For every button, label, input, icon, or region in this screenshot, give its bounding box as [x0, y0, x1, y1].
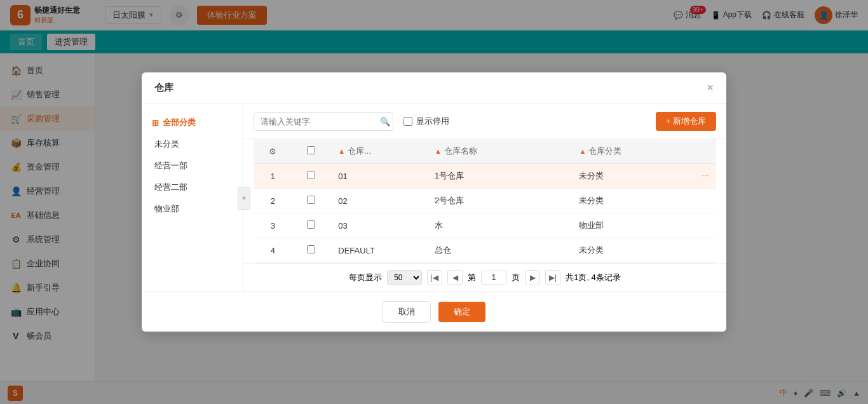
search-icon[interactable]: 🔍: [374, 113, 393, 130]
category-item-ops2[interactable]: 经营二部: [142, 177, 243, 198]
collapse-icon: «: [242, 194, 246, 201]
row-category: 未分类 ···: [571, 164, 716, 189]
row-code: DEFAULT: [330, 238, 427, 263]
th-name: ▲仓库名称: [427, 139, 572, 164]
row-checkbox[interactable]: [307, 220, 315, 229]
page-label2: 页: [512, 272, 520, 283]
row-name: 水: [427, 213, 572, 238]
warehouse-table-container: ⚙ ▲仓库... ▲仓库名称 ▲仓库分类 1 01: [243, 139, 726, 263]
row-code: 02: [330, 189, 427, 213]
category-item-property[interactable]: 物业部: [142, 198, 243, 220]
per-page-select[interactable]: 50 20 100: [387, 270, 422, 285]
sort-icon: ▲: [338, 147, 345, 155]
all-categories-item[interactable]: ⊞ 全部分类: [142, 112, 243, 133]
row-name: 2号仓库: [427, 189, 572, 213]
grid-icon: ⊞: [152, 118, 159, 128]
row-code: 01: [330, 164, 427, 189]
table-header-row: ⚙ ▲仓库... ▲仓库名称 ▲仓库分类: [254, 139, 716, 164]
more-options-icon[interactable]: ···: [702, 170, 709, 180]
table-row[interactable]: 1 01 1号仓库 未分类 ···: [254, 164, 716, 189]
search-box: 🔍: [254, 112, 393, 131]
add-warehouse-button[interactable]: + 新增仓库: [656, 112, 716, 131]
current-page-input[interactable]: [481, 271, 506, 285]
row-name: 总仓: [427, 238, 572, 263]
cancel-button[interactable]: 取消: [383, 301, 431, 323]
row-category: 未分类: [571, 238, 716, 263]
show-disabled-checkbox[interactable]: [403, 117, 412, 126]
warehouse-table: ⚙ ▲仓库... ▲仓库名称 ▲仓库分类 1 01: [254, 139, 716, 263]
dialog-header: 仓库 ×: [142, 72, 726, 104]
dialog-content-area: 🔍 显示停用 + 新增仓库 ⚙: [243, 104, 726, 292]
table-body: 1 01 1号仓库 未分类 ··· 2 02 2号仓库: [254, 164, 716, 263]
row-category: 物业部: [571, 213, 716, 238]
th-settings: ⚙: [254, 139, 292, 164]
row-index: 3: [254, 213, 292, 238]
dialog-title: 仓库: [154, 82, 173, 94]
table-row[interactable]: 4 DEFAULT 总仓 未分类: [254, 238, 716, 263]
select-all-checkbox[interactable]: [307, 146, 315, 154]
row-index: 2: [254, 189, 292, 213]
first-page-button[interactable]: |◀: [427, 270, 442, 285]
category-item-uncategorized[interactable]: 未分类: [142, 133, 243, 155]
sort-icon-cat: ▲: [579, 147, 586, 155]
row-checkbox[interactable]: [307, 196, 315, 204]
prev-page-button[interactable]: ◀: [447, 270, 463, 285]
pagination-bar: 每页显示 50 20 100 |◀ ◀ 第 页 ▶ ▶| 共1页, 4条记录: [243, 263, 726, 292]
search-input[interactable]: [254, 113, 374, 130]
dialog-category-sidebar: ⊞ 全部分类 未分类 经营一部 经营二部 物业部 «: [142, 104, 243, 292]
warehouse-dialog: 仓库 × ⊞ 全部分类 未分类 经营一部 经营二部 物业部 «: [142, 72, 726, 332]
row-checkbox-cell: [292, 238, 331, 263]
row-category: 未分类: [571, 189, 716, 213]
category-item-ops1[interactable]: 经营一部: [142, 155, 243, 177]
th-checkbox: [292, 139, 331, 164]
dialog-actions: 取消 确定: [142, 292, 726, 332]
row-checkbox-cell: [292, 189, 331, 213]
sidebar-collapse-button[interactable]: «: [238, 187, 250, 210]
next-page-button[interactable]: ▶: [525, 270, 540, 285]
confirm-button[interactable]: 确定: [438, 302, 485, 322]
page-label: 第: [468, 272, 476, 283]
settings-icon: ⚙: [269, 147, 276, 156]
dialog-body: ⊞ 全部分类 未分类 经营一部 经营二部 物业部 «: [142, 104, 726, 292]
toolbar-left: 🔍 显示停用: [254, 112, 449, 131]
total-records-label: 共1页, 4条记录: [566, 272, 621, 283]
th-code: ▲仓库...: [330, 139, 427, 164]
table-row[interactable]: 3 03 水 物业部: [254, 213, 716, 238]
row-checkbox[interactable]: [307, 245, 315, 253]
row-checkbox-cell: [292, 213, 331, 238]
row-checkbox[interactable]: [307, 171, 315, 179]
table-row[interactable]: 2 02 2号仓库 未分类: [254, 189, 716, 213]
show-disabled-label: 显示停用: [403, 116, 449, 127]
row-code: 03: [330, 213, 427, 238]
row-checkbox-cell: [292, 164, 331, 189]
row-index: 4: [254, 238, 292, 263]
modal-overlay: 仓库 × ⊞ 全部分类 未分类 经营一部 经营二部 物业部 «: [0, 0, 868, 404]
th-category: ▲仓库分类: [571, 139, 716, 164]
row-name: 1号仓库: [427, 164, 572, 189]
dialog-close-button[interactable]: ×: [707, 81, 714, 95]
last-page-button[interactable]: ▶|: [545, 270, 560, 285]
per-page-label: 每页显示: [349, 272, 382, 283]
row-index: 1: [254, 164, 292, 189]
dialog-toolbar: 🔍 显示停用 + 新增仓库: [243, 104, 726, 139]
sort-icon-name: ▲: [435, 147, 442, 155]
